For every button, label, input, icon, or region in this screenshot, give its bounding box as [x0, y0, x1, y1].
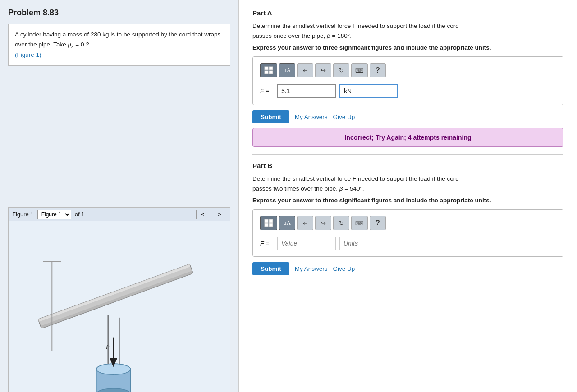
problem-title: Problem 8.83: [8, 8, 230, 18]
help-button-a[interactable]: ?: [370, 63, 386, 77]
help-button-b[interactable]: ?: [370, 216, 386, 230]
part-a-submit-button[interactable]: Submit: [252, 110, 289, 123]
refresh-button-a[interactable]: ↻: [333, 63, 349, 77]
part-a-my-answers-link[interactable]: My Answers: [295, 114, 328, 120]
part-b-title: Part B: [252, 162, 563, 169]
svg-rect-19: [269, 219, 273, 223]
part-a-units-input[interactable]: [339, 84, 398, 98]
part-b-input-row: F =: [260, 237, 556, 250]
svg-rect-17: [269, 71, 273, 74]
svg-text:F: F: [105, 343, 110, 351]
figure-of: of 1: [75, 211, 85, 218]
matrix-button-b[interactable]: [260, 216, 277, 230]
incorrect-banner: Incorrect; Try Again; 4 attempts remaini…: [252, 128, 563, 147]
mu-button-a[interactable]: μA: [279, 63, 295, 77]
svg-rect-2: [41, 271, 193, 328]
part-a-description: Determine the smallest vertical force F …: [252, 21, 563, 41]
part-a-input-row: F =: [260, 84, 556, 98]
part-b-description: Determine the smallest vertical force F …: [252, 174, 563, 193]
figure-prev-button[interactable]: <: [196, 210, 210, 219]
svg-rect-1: [38, 264, 191, 322]
svg-point-10: [96, 364, 131, 374]
undo-button-b[interactable]: ↩: [297, 216, 313, 230]
part-a-label: F =: [260, 87, 274, 95]
part-a-instruction: Express your answer to three significant…: [252, 44, 563, 51]
figure-link[interactable]: (Figure 1): [15, 51, 41, 58]
problem-description: A cylinder having a mass of 280 kg is to…: [8, 24, 230, 66]
part-b-submit-button[interactable]: Submit: [252, 262, 289, 275]
keyboard-button-a[interactable]: ⌨: [351, 63, 368, 77]
part-a-answer-box: μA ↩ ↪ ↻ ⌨ ? F =: [252, 56, 563, 105]
desc-text-1: A cylinder having a mass of 280 kg is to…: [15, 31, 220, 48]
redo-button-a[interactable]: ↪: [315, 63, 331, 77]
figure-label: Figure 1: [12, 211, 34, 218]
part-a-toolbar: μA ↩ ↪ ↻ ⌨ ?: [260, 63, 556, 77]
divider: [252, 154, 563, 155]
matrix-icon: [264, 66, 273, 74]
part-a-title: Part A: [252, 9, 563, 17]
svg-rect-14: [265, 67, 268, 70]
part-b-instruction: Express your answer to three significant…: [252, 197, 563, 204]
figure-controls: Figure 1 Figure 1 of 1 < >: [8, 207, 230, 221]
undo-button-a[interactable]: ↩: [297, 63, 313, 77]
right-panel: Part A Determine the smallest vertical f…: [239, 0, 577, 392]
part-b-my-answers-link[interactable]: My Answers: [295, 265, 328, 272]
matrix-icon-b: [264, 219, 273, 227]
part-b-action-row: Submit My Answers Give Up: [252, 262, 563, 275]
figure-illustration: F: [9, 221, 230, 392]
figure-select[interactable]: Figure 1: [37, 210, 71, 219]
part-a-give-up-link[interactable]: Give Up: [333, 114, 355, 120]
part-b-answer-box: μA ↩ ↪ ↻ ⌨ ? F =: [252, 209, 563, 257]
svg-rect-15: [269, 67, 273, 70]
mu-button-b[interactable]: μA: [279, 216, 295, 230]
part-b-label: F =: [260, 240, 274, 247]
figure-next-button[interactable]: >: [213, 210, 226, 219]
left-panel: Problem 8.83 A cylinder having a mass of…: [0, 0, 239, 392]
part-b-value-input[interactable]: [277, 237, 336, 250]
svg-rect-21: [269, 223, 273, 227]
part-a-action-row: Submit My Answers Give Up: [252, 110, 563, 123]
svg-rect-16: [265, 71, 268, 74]
redo-button-b[interactable]: ↪: [315, 216, 331, 230]
matrix-button-a[interactable]: [260, 63, 277, 77]
svg-rect-20: [265, 223, 268, 227]
part-b-give-up-link[interactable]: Give Up: [333, 265, 355, 272]
figure-box: F: [8, 221, 230, 392]
part-b-toolbar: μA ↩ ↪ ↻ ⌨ ?: [260, 216, 556, 230]
part-b-units-input[interactable]: [339, 237, 398, 250]
svg-rect-18: [265, 219, 268, 223]
refresh-button-b[interactable]: ↻: [333, 216, 349, 230]
part-a-value-input[interactable]: [277, 84, 336, 98]
keyboard-button-b[interactable]: ⌨: [351, 216, 368, 230]
